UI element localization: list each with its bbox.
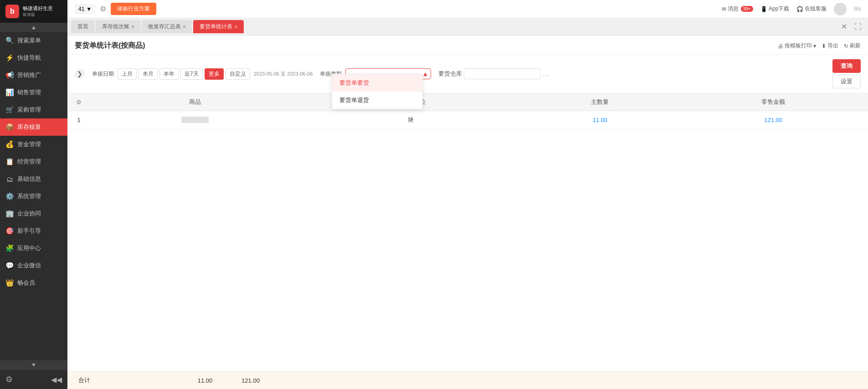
app-logo: b 畅捷通好生意 标准版: [0, 0, 67, 23]
online-service-item[interactable]: 🎧 在线客服: [796, 5, 827, 13]
sidebar-nav: 🔍搜索菜单⚡快捷导航📢营销推广📊销售管理🛒采购管理📦库存核算💰资金管理📋经营管理…: [0, 32, 67, 360]
sidebar-item-appstore[interactable]: 🧩应用中心: [0, 240, 67, 257]
query-button[interactable]: 查询: [832, 59, 861, 73]
dropdown-item-order-goods[interactable]: 要货单要货: [332, 74, 422, 92]
trial-button[interactable]: 体验行业方案: [111, 3, 156, 15]
tab-label-order-stats: 要货单统计表: [200, 23, 232, 31]
app-name: 畅捷通好生意: [23, 5, 53, 11]
expand-tab-button[interactable]: ⛶: [852, 22, 864, 32]
date-last-month-btn[interactable]: 上月: [118, 68, 137, 80]
sidebar-item-marketing[interactable]: 📢营销推广: [0, 67, 67, 84]
app-download-item[interactable]: 📱 App下载: [760, 5, 789, 13]
member-icon: 👑: [5, 279, 14, 287]
refresh-icon: ↻: [844, 43, 848, 49]
sales-icon: 📊: [5, 88, 14, 97]
sidebar-scroll-down[interactable]: ▼: [0, 360, 67, 369]
filter-bar: ❯ 单据日期 上月 本月 本年 近7天 更多 自定义 2023-05-06 至 …: [67, 55, 868, 93]
export-action[interactable]: ⬇ 导出: [822, 42, 838, 50]
sidebar-label-inventory: 库存核算: [17, 123, 41, 131]
marketing-icon: 📢: [5, 71, 14, 79]
wechat-icon: 💬: [5, 261, 14, 270]
avatar[interactable]: [834, 3, 847, 15]
sidebar-item-basic[interactable]: 🗂基础信息: [0, 170, 67, 188]
date-buttons: 上月 本月 本年 近7天 更多 自定义: [118, 68, 250, 80]
sidebar: b 畅捷通好生意 标准版 ▲ 🔍搜索菜单⚡快捷导航📢营销推广📊销售管理🛒采购管理…: [0, 0, 67, 389]
message-icon: ✉: [722, 6, 726, 12]
search-icon: 🔍: [5, 36, 14, 45]
tab-close-inventory-batch[interactable]: ×: [131, 24, 134, 30]
table-row: 1 块 11.00 121.00: [67, 111, 868, 129]
app-download-label: App下载: [769, 5, 789, 13]
sidebar-label-shortcut: 快捷导航: [17, 54, 41, 62]
tab-label-recv-summary: 收发存汇总表: [148, 23, 181, 31]
sidebar-item-search[interactable]: 🔍搜索菜单: [0, 32, 67, 49]
col-product: 商品: [90, 93, 300, 111]
print-template-action[interactable]: 🖨 按模板打印 ▾: [778, 42, 816, 50]
operation-icon: 📋: [5, 158, 14, 166]
sidebar-item-shortcut[interactable]: ⚡快捷导航: [0, 49, 67, 67]
header-left: 41 ▼ ⚙ 体验行业方案: [75, 3, 156, 15]
date-more-btn[interactable]: 更多: [205, 68, 224, 80]
tab-inventory-batch[interactable]: 库存批次账×: [96, 20, 141, 33]
warehouse-input[interactable]: [464, 68, 540, 79]
shortcut-icon: ⚡: [5, 54, 14, 62]
sidebar-label-operation: 经营管理: [17, 158, 41, 166]
date-7days-btn[interactable]: 近7天: [180, 68, 203, 80]
sidebar-label-wechat: 企业微信: [17, 261, 41, 270]
sidebar-item-inventory[interactable]: 📦库存核算: [0, 118, 67, 136]
sidebar-collapse-button[interactable]: ◀◀: [51, 375, 62, 384]
tab-close-recv-summary[interactable]: ×: [183, 24, 186, 30]
sidebar-label-member: 畅会员: [17, 279, 35, 287]
filter-action-buttons: 查询 设置: [832, 59, 861, 88]
sidebar-item-guide[interactable]: 🎯新手引导: [0, 222, 67, 240]
sidebar-item-wechat[interactable]: 💬企业微信: [0, 257, 67, 274]
sidebar-footer: ⚙ ◀◀: [0, 369, 67, 389]
page-content: 要货单统计表(按商品) 🖨 按模板打印 ▾ ⬇ 导出 ↻ 刷新 ❯: [67, 36, 868, 389]
settings-icon[interactable]: ⚙: [5, 374, 13, 384]
tab-order-stats[interactable]: 要货单统计表×: [193, 20, 244, 33]
type-dropdown-menu: 要货单要货 要货单退货: [332, 74, 423, 109]
sidebar-item-system[interactable]: ⚙️系统管理: [0, 188, 67, 205]
table-wrapper: ⚙ 商品 主计量单位 主数量 零售金额 1 块 11.00 121.: [67, 93, 868, 371]
sidebar-item-operation[interactable]: 📋经营管理: [0, 153, 67, 170]
tab-home[interactable]: 首页: [71, 20, 95, 33]
sidebar-label-system: 系统管理: [17, 192, 41, 200]
tab-close-order-stats[interactable]: ×: [234, 24, 237, 30]
cell-unit-0: 块: [300, 111, 522, 129]
warehouse-more-icon[interactable]: …: [542, 70, 550, 78]
filter-toggle-button[interactable]: ❯: [75, 69, 85, 79]
header-right: ✉ 消息 99+ 📱 App下载 🎧 在线客服 Rit: [722, 3, 861, 15]
date-this-month-btn[interactable]: 本月: [139, 68, 158, 80]
date-this-year-btn[interactable]: 本年: [159, 68, 179, 80]
sidebar-item-sales[interactable]: 📊销售管理: [0, 84, 67, 101]
date-custom-btn[interactable]: 自定义: [226, 68, 250, 80]
column-settings-icon[interactable]: ⚙: [76, 99, 82, 106]
settings-icon-header[interactable]: ⚙: [100, 5, 106, 13]
tab-recv-summary[interactable]: 收发存汇总表×: [142, 20, 192, 33]
sidebar-scroll-up[interactable]: ▲: [0, 23, 67, 32]
top-header: 41 ▼ ⚙ 体验行业方案 ✉ 消息 99+ 📱 App下载 🎧 在线客服 Ri…: [67, 0, 868, 18]
date-filter-group: 单据日期 上月 本月 本年 近7天 更多 自定义 2023-05-06 至 20…: [92, 68, 313, 80]
print-icon: 🖨: [778, 43, 783, 49]
sidebar-item-member[interactable]: 👑畅会员: [0, 274, 67, 292]
refresh-action[interactable]: ↻ 刷新: [844, 42, 861, 50]
col-settings[interactable]: ⚙: [67, 93, 90, 111]
store-selector[interactable]: 41 ▼: [75, 4, 95, 14]
footer-total-label: 合计: [73, 376, 182, 384]
enterprise-icon: 🏢: [5, 210, 14, 218]
sidebar-label-purchase: 采购管理: [17, 106, 41, 114]
sidebar-label-sales: 销售管理: [17, 88, 41, 97]
headset-icon: 🎧: [796, 6, 803, 12]
settings-button[interactable]: 设置: [832, 75, 861, 88]
tab-label-inventory-batch: 库存批次账: [102, 23, 129, 31]
sidebar-item-purchase[interactable]: 🛒采购管理: [0, 101, 67, 118]
page-title: 要货单统计表(按商品): [75, 41, 145, 51]
sidebar-label-marketing: 营销推广: [17, 71, 41, 79]
dropdown-item-order-return[interactable]: 要货单退货: [332, 92, 422, 109]
close-tab-button[interactable]: ✕: [838, 21, 850, 32]
col-amount: 零售金额: [678, 93, 868, 111]
tabs-right-controls: ✕ ⛶: [838, 21, 864, 32]
sidebar-item-enterprise[interactable]: 🏢企业协同: [0, 205, 67, 222]
sidebar-item-finance[interactable]: 💰资金管理: [0, 136, 67, 153]
message-item[interactable]: ✉ 消息 99+: [722, 5, 753, 13]
